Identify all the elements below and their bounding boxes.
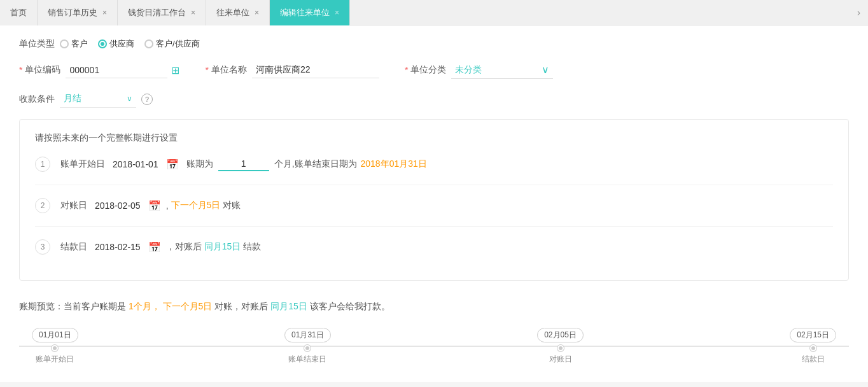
step-row-1: 1 账单开始日 2018-01-01 📅 账期为 个月,账单结束日期为 2018…	[35, 157, 833, 185]
settings-panel: 请按照未来的一个完整帐期进行设置 1 账单开始日 2018-01-01 📅 账期…	[19, 119, 849, 281]
preview-section: 账期预览：当前客户账期是 1个月， 下一个月5日 对账，对账后 同月15日 该客…	[19, 291, 849, 365]
radio-customer[interactable]: 客户	[60, 38, 88, 50]
payment-terms-row: 收款条件 月结 ∨ ?	[19, 90, 849, 108]
timeline-point-4: 02月15日 结款日	[790, 328, 836, 365]
step-1-calendar-icon[interactable]: 📅	[166, 158, 179, 171]
preview-middle: 对账，对账后	[214, 301, 270, 311]
preview-prefix: 账期预览：当前客户账期是	[19, 301, 126, 311]
unit-code-input[interactable]	[66, 62, 167, 78]
payment-terms-value: 月结	[64, 93, 123, 104]
tab-more-button[interactable]: ›	[850, 7, 868, 18]
step-num-1: 1	[35, 157, 50, 172]
payment-terms-help-icon[interactable]: ?	[141, 94, 153, 105]
radio-supplier-label: 供应商	[109, 38, 134, 50]
radio-customer-label: 客户	[71, 38, 88, 50]
preview-suffix: 该客户会给我打款。	[310, 301, 390, 311]
step-1-period-input[interactable]	[218, 157, 269, 171]
radio-supplier-circle	[98, 39, 107, 48]
step-row-2: 2 对账日 2018-02-05 📅 , 下一个月5日 对账	[35, 198, 833, 227]
tab-counterparty[interactable]: 往来单位 ×	[206, 0, 270, 25]
unit-category-field: * 单位分类 未分类 ∨	[405, 61, 553, 79]
unit-category-label: 单位分类	[410, 64, 446, 76]
preview-part3: 同月15日	[270, 301, 307, 311]
timeline-date-3: 02月05日	[537, 328, 584, 342]
unit-category-star: *	[405, 65, 408, 75]
settings-title: 请按照未来的一个完整帐期进行设置	[35, 132, 833, 144]
timeline-point-2: 01月31日 账单结束日	[284, 328, 331, 365]
timeline-point-1: 01月01日 账单开始日	[32, 328, 78, 365]
tab-home[interactable]: 首页	[0, 0, 38, 25]
step-num-2: 2	[35, 198, 50, 213]
timeline-line	[19, 346, 849, 347]
timeline-dot-4	[810, 345, 816, 351]
tab-sales-history[interactable]: 销售订单历史 ×	[38, 0, 118, 25]
step-date-1: 2018-01-01	[113, 159, 158, 169]
step-1-highlight-date: 2018年01月31日	[361, 158, 427, 170]
preview-part1: 1个月，	[129, 301, 160, 311]
step-date-3: 2018-02-15	[95, 242, 141, 252]
timeline-date-4: 02月15日	[790, 328, 836, 342]
unit-info-row: * 单位编码 ⊞ * 单位名称 * 单位分类 未分类 ∨	[19, 61, 849, 79]
tab-counterparty-close[interactable]: ×	[255, 8, 259, 17]
unit-name-input[interactable]	[252, 62, 379, 78]
unit-code-star: *	[19, 65, 22, 75]
preview-text: 账期预览：当前客户账期是 1个月， 下一个月5日 对账，对账后 同月15日 该客…	[19, 301, 849, 313]
step-3-prefix: ，对账后	[166, 241, 202, 253]
timeline-date-1: 01月01日	[32, 328, 78, 342]
timeline-dot-2	[304, 345, 311, 351]
tab-sales-history-label: 销售订单历史	[48, 7, 97, 18]
tab-edit-counterparty[interactable]: 编辑往来单位 ×	[270, 0, 350, 25]
step-2-highlight: 下一个月5日	[171, 200, 221, 211]
step-3-highlight: 同月15日	[204, 241, 241, 253]
tab-bar: 首页 销售订单历史 × 钱货日清工作台 × 往来单位 × 编辑往来单位 × ›	[0, 0, 868, 25]
tab-cash-work-close[interactable]: ×	[191, 8, 195, 17]
preview-part2: 下一个月5日	[163, 301, 213, 311]
tab-cash-work[interactable]: 钱货日清工作台 ×	[118, 0, 206, 25]
timeline-spacer-2	[331, 364, 537, 365]
unit-category-select[interactable]: 未分类 ∨	[451, 61, 553, 79]
timeline-spacer-1	[78, 364, 284, 365]
timeline-date-2: 01月31日	[284, 328, 331, 342]
step-1-suffix: 个月,账单结束日期为	[274, 158, 357, 170]
timeline-desc-1: 账单开始日	[36, 354, 74, 365]
unit-code-field: * 单位编码 ⊞	[19, 62, 179, 78]
unit-category-chevron-icon: ∨	[542, 64, 549, 76]
tab-cash-work-label: 钱货日清工作台	[128, 7, 186, 18]
unit-name-field: * 单位名称	[205, 62, 379, 78]
step-label-2: 对账日	[60, 200, 87, 211]
unit-type-radio-group: 客户 供应商 客户/供应商	[60, 38, 200, 50]
radio-both-circle	[144, 39, 153, 48]
unit-category-value: 未分类	[455, 64, 542, 76]
step-2-calendar-icon[interactable]: 📅	[148, 200, 161, 212]
step-label-1: 账单开始日	[60, 158, 105, 170]
tab-edit-counterparty-label: 编辑往来单位	[280, 7, 330, 18]
unit-type-row: 单位类型 客户 供应商 客户/供应商	[19, 38, 849, 50]
radio-both[interactable]: 客户/供应商	[144, 38, 200, 50]
step-row-3: 3 结款日 2018-02-15 📅 ，对账后 同月15日 结款	[35, 239, 833, 267]
payment-terms-chevron-icon: ∨	[127, 94, 132, 103]
unit-type-label: 单位类型	[19, 38, 55, 50]
step-3-calendar-icon[interactable]: 📅	[148, 241, 161, 253]
step-num-3: 3	[35, 239, 50, 255]
tab-counterparty-label: 往来单位	[216, 7, 249, 18]
timeline-desc-2: 账单结束日	[288, 354, 326, 365]
step-3-suffix: 结款	[243, 241, 261, 253]
radio-customer-circle	[60, 39, 69, 48]
radio-both-label: 客户/供应商	[156, 38, 200, 50]
step-date-2: 2018-02-05	[95, 201, 141, 211]
payment-terms-label: 收款条件	[19, 94, 55, 105]
unit-name-label: 单位名称	[211, 64, 247, 76]
unit-code-label: 单位编码	[25, 64, 60, 76]
radio-supplier[interactable]: 供应商	[98, 38, 134, 50]
tab-home-label: 首页	[10, 7, 27, 18]
step-2-prefix: ,	[166, 201, 169, 211]
tab-edit-counterparty-close[interactable]: ×	[335, 8, 339, 17]
timeline-spacer-3	[584, 364, 790, 365]
tab-sales-history-close[interactable]: ×	[102, 8, 107, 17]
timeline-desc-4: 结款日	[802, 354, 825, 365]
payment-terms-select[interactable]: 月结 ∨	[60, 90, 136, 108]
timeline-point-3: 02月05日 对账日	[537, 328, 584, 365]
unit-code-icon[interactable]: ⊞	[171, 64, 179, 76]
timeline: 01月01日 账单开始日 01月31日 账单结束日 02月05日 对账日	[19, 328, 849, 365]
step-label-3: 结款日	[60, 241, 87, 253]
